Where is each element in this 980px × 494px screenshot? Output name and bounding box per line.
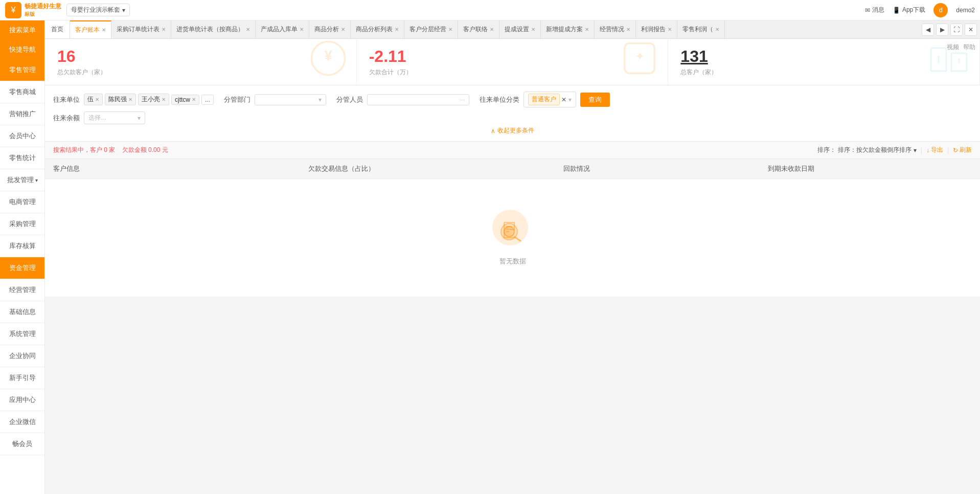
export-btn[interactable]: ↓ 导出	[926, 146, 943, 154]
chevron-down-icon: ▾	[122, 7, 125, 14]
tab-purchase-order[interactable]: 采购订单统计表 ✕	[111, 20, 171, 39]
balance-filter-select[interactable]: 选择... ▾	[84, 111, 145, 124]
sidebar-item-marketing[interactable]: 营销推广	[0, 103, 44, 125]
page-content: ¥ 16 总欠款客户（家） ✦	[45, 39, 980, 494]
stats-card-body-3: 131 总客户（家）	[680, 47, 717, 77]
tab-fullscreen-btn[interactable]: ⛶	[950, 24, 963, 36]
filter-more-btn[interactable]: ...	[201, 95, 214, 105]
remove-tag-wu[interactable]: ✕	[95, 97, 99, 102]
tab-close-btn[interactable]: ✕	[448, 27, 452, 32]
filter-tag-wang[interactable]: 王小亮 ✕	[138, 94, 169, 105]
tab-close-btn[interactable]: ✕	[395, 27, 399, 32]
remove-tag-wang[interactable]: ✕	[162, 97, 166, 102]
sidebar-item-finance[interactable]: 资金管理	[0, 257, 44, 279]
logo-text: 畅捷通好生意 标版	[25, 2, 61, 18]
sidebar: 搜索菜单 快捷导航 零售管理 零售商城 营销推广 会员中心 零售统计 批发管理 …	[0, 20, 45, 494]
sidebar-item-wechat[interactable]: 企业微信	[0, 411, 44, 433]
sidebar-item-retail[interactable]: 零售管理	[0, 59, 44, 81]
stats-card-debt: ✦ -2.11 欠款合计（万）	[357, 39, 669, 85]
category-filter-label: 往来单位分类	[480, 95, 519, 104]
person-select-dots: ···	[460, 96, 465, 103]
filter-row-1: 往来单位 伍 ✕ 陈民强 ✕ 王小亮 ✕	[53, 92, 972, 107]
top-bar: ¥ 畅捷通好生意 标版 母婴行业演示帐套 ▾ ✉ 消息 📱 App下载 d de…	[0, 0, 980, 20]
person-filter-label: 分管人员	[336, 95, 363, 104]
person-filter-select[interactable]: ···	[367, 94, 469, 105]
remove-tag-chen[interactable]: ✕	[128, 97, 132, 102]
category-filter-select[interactable]: 普通客户 ✕ ▾	[523, 92, 576, 107]
unit-filter-tags: 伍 ✕ 陈民强 ✕ 王小亮 ✕ cjttcw ✕	[84, 94, 214, 105]
sidebar-item-retail-stats[interactable]: 零售统计	[0, 147, 44, 169]
tab-customer-contact[interactable]: 客户联络 ✕	[458, 20, 499, 39]
sort-arrow-icon: ▾	[914, 147, 917, 154]
tab-commission-settings[interactable]: 提成设置 ✕	[499, 20, 541, 39]
sidebar-item-enterprise[interactable]: 企业协同	[0, 345, 44, 367]
sidebar-item-basic[interactable]: 基础信息	[0, 301, 44, 323]
remove-category-tag[interactable]: ✕	[561, 96, 566, 103]
col-header-debt: 欠款交易信息（占比）	[308, 164, 563, 173]
tab-home[interactable]: 首页	[45, 20, 70, 39]
sidebar-search[interactable]: 搜索菜单	[0, 20, 44, 40]
tab-close-btn[interactable]: ✕	[300, 27, 304, 32]
username-label[interactable]: demo2	[956, 7, 975, 14]
tab-close-all-btn[interactable]: ✕	[965, 24, 977, 36]
collapse-btn[interactable]: ∧ 收起更多条件	[53, 126, 972, 135]
tab-stock-stats[interactable]: 进货单统计表（按商品） ✕	[171, 20, 256, 39]
message-btn[interactable]: ✉ 消息	[865, 6, 884, 14]
sidebar-nav[interactable]: 快捷导航	[0, 40, 44, 59]
tab-production[interactable]: 产成品入库单 ✕	[256, 20, 309, 39]
tab-close-btn[interactable]: ✕	[668, 27, 672, 32]
store-selector[interactable]: 母婴行业演示帐套 ▾	[66, 4, 130, 16]
sidebar-item-inventory[interactable]: 库存核算	[0, 235, 44, 257]
results-bar: 搜索结果中，客户 0 家 欠款金额 0.00 元 排序： 排序：按欠款金额倒序排…	[45, 142, 980, 159]
tab-close-btn[interactable]: ✕	[585, 27, 589, 32]
tab-close-btn[interactable]: ✕	[490, 27, 494, 32]
sidebar-item-member[interactable]: 会员中心	[0, 125, 44, 147]
filter-tag-cjttcw[interactable]: cjttcw ✕	[171, 95, 199, 105]
tab-customer-tier[interactable]: 客户分层经营 ✕	[404, 20, 458, 39]
tab-close-btn[interactable]: ✕	[246, 27, 250, 32]
stats-card-icon-2: ✦	[622, 40, 657, 83]
empty-state: 暂无数据	[45, 179, 980, 297]
tab-close-btn[interactable]: ✕	[531, 27, 535, 32]
logo: ¥ 畅捷通好生意 标版	[5, 2, 61, 18]
sidebar-item-guide[interactable]: 新手引导	[0, 367, 44, 389]
avatar: d	[933, 3, 948, 17]
sidebar-item-operation[interactable]: 经营管理	[0, 279, 44, 301]
tab-operation[interactable]: 经营情况 ✕	[595, 20, 636, 39]
sidebar-item-wholesale[interactable]: 批发管理 ▾	[0, 169, 44, 191]
sidebar-item-ecom[interactable]: 电商管理	[0, 191, 44, 213]
filter-tag-chen[interactable]: 陈民强 ✕	[105, 94, 136, 105]
tab-new-commission[interactable]: 新增提成方案 ✕	[541, 20, 595, 39]
sidebar-item-retail-mall[interactable]: 零售商城	[0, 81, 44, 103]
filter-tag-wu[interactable]: 伍 ✕	[84, 94, 103, 105]
dept-filter-select[interactable]: ▾	[255, 94, 326, 105]
tab-close-btn[interactable]: ✕	[102, 27, 106, 33]
filter-row-2: 往来余额 选择... ▾	[53, 111, 972, 124]
table-header: 客户信息 欠款交易信息（占比） 回款情况 到期未收款日期	[45, 159, 980, 179]
sidebar-item-purchase[interactable]: 采购管理	[0, 213, 44, 235]
filter-area: 往来单位 伍 ✕ 陈民强 ✕ 王小亮 ✕	[45, 85, 980, 142]
results-actions: 排序： 排序：按欠款金额倒序排序 ▾ | ↓ 导出 | ↻ 刷新	[817, 146, 972, 154]
tab-customer-book[interactable]: 客户账本 ✕	[70, 20, 111, 39]
tab-close-btn[interactable]: ✕	[715, 27, 719, 32]
sort-select[interactable]: 排序： 排序：按欠款金额倒序排序 ▾	[817, 146, 917, 154]
tab-retail-profit[interactable]: 零售利润（ ✕	[677, 20, 725, 39]
tab-close-btn[interactable]: ✕	[341, 27, 345, 32]
tab-goods-analysis[interactable]: 商品分析 ✕	[309, 20, 351, 39]
balance-select-arrow: ▾	[138, 115, 141, 122]
refresh-btn[interactable]: ↻ 刷新	[953, 146, 972, 154]
tab-next-btn[interactable]: ▶	[936, 24, 948, 36]
query-btn[interactable]: 查询	[580, 93, 610, 107]
dept-filter-label: 分管部门	[224, 95, 250, 104]
sidebar-item-vip[interactable]: 畅会员	[0, 433, 44, 455]
sidebar-item-apps[interactable]: 应用中心	[0, 389, 44, 411]
tab-prev-btn[interactable]: ◀	[922, 24, 934, 36]
tab-close-btn[interactable]: ✕	[162, 27, 166, 32]
remove-tag-cjttcw[interactable]: ✕	[192, 97, 196, 102]
sidebar-item-system[interactable]: 系统管理	[0, 323, 44, 345]
app-download-btn[interactable]: 📱 App下载	[893, 6, 925, 14]
tab-close-btn[interactable]: ✕	[626, 27, 630, 32]
tab-profit-report[interactable]: 利润报告 ✕	[636, 20, 677, 39]
empty-text: 暂无数据	[499, 257, 526, 266]
tab-goods-list[interactable]: 商品分析列表 ✕	[351, 20, 404, 39]
